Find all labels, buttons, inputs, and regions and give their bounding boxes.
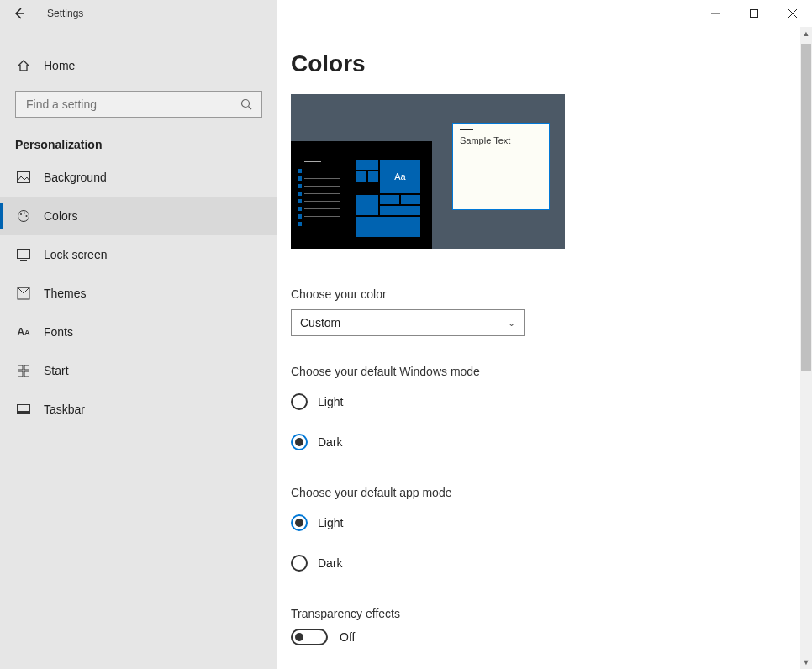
preview-window: Sample Text bbox=[452, 123, 550, 210]
sidebar-item-label: Taskbar bbox=[44, 403, 85, 416]
sidebar-item-lock-screen[interactable]: Lock screen bbox=[0, 235, 277, 274]
scroll-down-icon[interactable]: ▼ bbox=[800, 656, 812, 669]
choose-color-dropdown[interactable]: Custom ⌄ bbox=[291, 309, 525, 336]
svg-rect-7 bbox=[18, 172, 30, 183]
radio-icon bbox=[291, 393, 308, 410]
transparency-label: Transparency effects bbox=[291, 607, 800, 620]
svg-rect-15 bbox=[18, 365, 23, 370]
color-preview: Sample Text bbox=[291, 94, 565, 249]
scrollbar-thumb[interactable] bbox=[801, 44, 811, 371]
search-icon bbox=[240, 97, 253, 111]
scrollbar[interactable]: ▲ ▼ bbox=[800, 27, 812, 669]
main-content: ▲ ▼ Colors Sample Text bbox=[277, 27, 812, 669]
chevron-down-icon: ⌄ bbox=[508, 318, 515, 329]
sidebar-item-taskbar[interactable]: Taskbar bbox=[0, 390, 277, 429]
sidebar-item-start[interactable]: Start bbox=[0, 351, 277, 390]
sidebar-item-themes[interactable]: Themes bbox=[0, 274, 277, 313]
svg-point-10 bbox=[24, 213, 25, 214]
search-input[interactable] bbox=[24, 97, 240, 112]
search-box[interactable] bbox=[15, 91, 262, 118]
arrow-left-icon bbox=[13, 7, 26, 20]
svg-point-9 bbox=[20, 213, 22, 215]
transparency-value: Off bbox=[340, 630, 355, 644]
fonts-icon: AA bbox=[15, 326, 32, 338]
radio-label: Light bbox=[318, 395, 343, 408]
sidebar-item-label: Start bbox=[44, 364, 69, 377]
sidebar-item-background[interactable]: Background bbox=[0, 158, 277, 197]
palette-icon bbox=[15, 209, 32, 223]
app-mode-light[interactable]: Light bbox=[291, 508, 800, 538]
radio-label: Dark bbox=[318, 556, 343, 570]
sidebar-item-label: Background bbox=[44, 171, 107, 184]
svg-rect-17 bbox=[18, 371, 23, 377]
svg-rect-16 bbox=[24, 365, 29, 370]
svg-point-8 bbox=[18, 211, 29, 222]
radio-icon bbox=[291, 555, 308, 572]
svg-line-6 bbox=[249, 107, 252, 110]
radio-label: Dark bbox=[318, 435, 343, 449]
sidebar-item-fonts[interactable]: AA Fonts bbox=[0, 313, 277, 351]
sidebar: Home Personalization Background Colors L… bbox=[0, 27, 277, 669]
sidebar-item-label: Lock screen bbox=[44, 248, 107, 261]
start-icon bbox=[15, 365, 32, 377]
sidebar-item-colors[interactable]: Colors bbox=[0, 197, 277, 235]
preview-tile-aa: Aa bbox=[380, 160, 420, 193]
section-header: Personalization bbox=[0, 118, 277, 158]
sidebar-item-label: Colors bbox=[44, 209, 77, 223]
themes-icon bbox=[15, 287, 32, 300]
choose-color-label: Choose your color bbox=[291, 287, 800, 301]
svg-rect-20 bbox=[18, 411, 30, 414]
transparency-toggle[interactable] bbox=[291, 629, 328, 645]
svg-point-5 bbox=[242, 100, 250, 108]
windows-mode-light[interactable]: Light bbox=[291, 387, 800, 417]
app-mode-label: Choose your default app mode bbox=[291, 486, 800, 499]
svg-point-11 bbox=[26, 215, 28, 217]
svg-rect-12 bbox=[18, 250, 30, 259]
radio-icon bbox=[291, 434, 308, 450]
sidebar-item-label: Fonts bbox=[44, 325, 73, 339]
back-button[interactable] bbox=[0, 0, 39, 27]
app-mode-dark[interactable]: Dark bbox=[291, 548, 800, 578]
home-label: Home bbox=[44, 59, 75, 72]
svg-rect-18 bbox=[24, 371, 29, 377]
page-title: Colors bbox=[291, 50, 800, 77]
choose-color-value: Custom bbox=[300, 316, 340, 329]
radio-label: Light bbox=[318, 516, 343, 529]
home-icon bbox=[15, 59, 32, 72]
home-nav[interactable]: Home bbox=[0, 45, 277, 86]
sidebar-item-label: Themes bbox=[44, 287, 87, 300]
scroll-up-icon[interactable]: ▲ bbox=[800, 27, 812, 40]
picture-icon bbox=[15, 171, 32, 183]
window-title: Settings bbox=[39, 8, 83, 19]
taskbar-icon bbox=[15, 404, 32, 414]
windows-mode-dark[interactable]: Dark bbox=[291, 427, 800, 457]
preview-sample-text: Sample Text bbox=[460, 135, 542, 145]
lock-screen-icon bbox=[15, 249, 32, 261]
radio-icon bbox=[291, 514, 308, 531]
windows-mode-label: Choose your default Windows mode bbox=[291, 365, 800, 378]
